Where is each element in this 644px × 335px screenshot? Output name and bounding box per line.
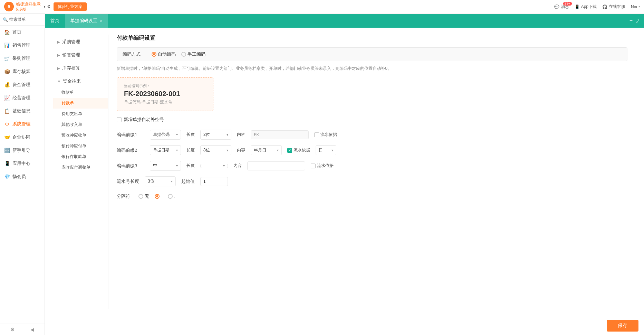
brand-logo: 6 [4, 2, 14, 11]
inner-item-label: 应收应付调整单 [61, 165, 90, 170]
inner-item-payment[interactable]: 付款单 [53, 98, 108, 109]
top-bar-nav[interactable]: ▾ ⚙ [44, 4, 51, 9]
sidebar-item-basic[interactable]: 📋 基础信息 [0, 104, 45, 118]
prefix1-stream-checkbox[interactable] [314, 132, 319, 137]
prefix3-select[interactable]: 空 [150, 161, 181, 171]
app-label: App下载 [581, 4, 597, 10]
prefix3-label: 编码前缀3 [117, 163, 144, 169]
prefix1-select[interactable]: 单据代码 [150, 130, 181, 140]
prefix3-stream[interactable]: 流水依据 [311, 163, 334, 169]
sidebar-item-inventory[interactable]: 📦 库存核算 [0, 65, 45, 78]
sidebar-item-cooperation[interactable]: 🤝 企业协同 [0, 131, 45, 144]
prefix3-length-select[interactable] [200, 164, 228, 168]
inner-group-fund-header[interactable]: ▼ 资金往来 [53, 75, 108, 87]
radio-manual[interactable]: 手工编码 [181, 51, 205, 57]
page-title: 付款单编码设置 [117, 35, 627, 42]
sidebar-item-sales[interactable]: 📊 销售管理 [0, 39, 45, 52]
auto-fill-label: 新增单据自动补空号 [124, 117, 164, 123]
sidebar-collapse-btn[interactable]: ◀ [30, 327, 34, 332]
group-label: 库存核算 [62, 65, 80, 71]
service-btn[interactable]: 🎧 在线客服 [602, 4, 625, 10]
prefix2-period-value: 日 [319, 147, 323, 153]
prefix2-stream-label: 流水依据 [294, 147, 310, 153]
preview-box: 当前编码示例： FK-20230602-001 单据代码-单据日期-流水号 [117, 77, 213, 111]
sep-none-label: 无 [145, 193, 149, 199]
inner-group-fund: ▼ 资金往来 收款单 付款单 费用支出单 其他收入单 [53, 75, 108, 173]
group-label: 采购管理 [62, 39, 80, 45]
inner-group-purchase-header[interactable]: ▶ 采购管理 [53, 36, 108, 48]
tab-close-btn[interactable]: ✕ [99, 19, 103, 23]
form-row-prefix2: 编码前缀2 单据日期 长度 8位 内容 年月日 ✓ [117, 145, 627, 155]
bottom-bar: 保存 [45, 316, 644, 335]
sep-dash-circle [155, 194, 160, 199]
prefix3-content-input[interactable] [247, 161, 305, 170]
prefix1-content-label: 内容 [237, 132, 245, 138]
sidebar-item-home[interactable]: 🏠 首页 [0, 26, 45, 39]
settings-icon[interactable]: ⚙ [47, 4, 51, 9]
inner-item-receipt[interactable]: 收款单 [53, 87, 108, 98]
sidebar-item-operations[interactable]: 📈 经营管理 [0, 91, 45, 104]
inner-item-bank-deposit[interactable]: 银行存取款单 [53, 151, 108, 162]
radio-auto[interactable]: 自动编码 [152, 51, 176, 57]
inner-item-prepay-receivable[interactable]: 预收冲应收单 [53, 130, 108, 141]
sidebar-item-label: 资金管理 [12, 82, 30, 88]
arrow-icon: ▶ [57, 40, 60, 44]
sidebar-item-member[interactable]: 💎 畅会员 [0, 170, 45, 183]
save-button[interactable]: 保存 [607, 320, 638, 332]
prefix1-length-select[interactable]: 2位 [200, 130, 231, 140]
inner-item-label: 付款单 [61, 101, 74, 105]
tab-home[interactable]: 首页 [45, 14, 65, 28]
inner-item-expense[interactable]: 费用支出单 [53, 109, 108, 119]
sidebar-item-guide[interactable]: 🆕 新手引导 [0, 144, 45, 157]
brand-logo-text: 6 [8, 4, 10, 9]
tab-voucher-label: 单据编码设置 [70, 18, 97, 24]
prefix1-stream[interactable]: 流水依据 [314, 132, 337, 138]
preview-current-label: 当前编码示例： [124, 83, 206, 89]
inner-group-purchase: ▶ 采购管理 [53, 36, 108, 48]
user-name[interactable]: Nare [631, 4, 640, 9]
sidebar-item-finance[interactable]: 💰 资金管理 [0, 78, 45, 91]
prefix2-period-select[interactable]: 日 [316, 145, 336, 155]
message-badge: 99+ [563, 2, 572, 6]
prefix2-stream-checkbox[interactable]: ✓ [287, 148, 292, 153]
inner-item-ar-ap-adjust[interactable]: 应收应付调整单 [53, 162, 108, 173]
nav-dropdown-arrow[interactable]: ▾ [44, 4, 46, 9]
inner-group-sales-header[interactable]: ▶ 销售管理 [53, 49, 108, 61]
sidebar-item-apps[interactable]: 📱 应用中心 [0, 157, 45, 170]
sidebar-item-purchase[interactable]: 🛒 采购管理 [0, 52, 45, 65]
prefix3-stream-checkbox[interactable] [311, 164, 316, 168]
app-download-btn[interactable]: 📱 App下载 [575, 4, 597, 10]
inventory-icon: 📦 [4, 69, 10, 74]
sidebar-settings-btn[interactable]: ⚙ [10, 327, 15, 332]
brand: 6 畅捷通好生意 拓易版 [4, 2, 41, 11]
prefix2-length-select[interactable]: 8位 [200, 145, 231, 155]
serial-start-input[interactable] [200, 177, 228, 186]
encode-method-bar: 编码方式 自动编码 手工编码 [117, 47, 627, 61]
serial-length-select[interactable]: 3位 [145, 176, 176, 186]
message-btn[interactable]: 💬 消息 99+ [554, 4, 569, 10]
finance-icon: 💰 [4, 82, 10, 87]
prefix2-select[interactable]: 单据日期 [150, 145, 181, 155]
prefix2-stream[interactable]: ✓ 流水依据 [287, 147, 310, 153]
sidebar-item-system[interactable]: ⚙ 系统管理 [0, 118, 45, 131]
auto-fill-checkbox[interactable] [117, 117, 122, 122]
info-text: 新增单据时，*单据编码*自动生成，不可编辑。前缀设置为部门、业务员等档案类，开单… [117, 65, 627, 72]
sep-dash[interactable]: - [155, 194, 162, 199]
arrow-icon: ▶ [57, 53, 60, 57]
tab-voucher-settings[interactable]: 单据编码设置 ✕ [65, 14, 108, 28]
sidebar-search[interactable]: 🔍 搜索菜单 [0, 14, 45, 26]
inner-item-label: 费用支出单 [61, 111, 82, 116]
sidebar-item-label: 销售管理 [12, 42, 30, 48]
inner-item-prepay-payable[interactable]: 预付冲应付单 [53, 141, 108, 151]
inner-item-other-income[interactable]: 其他收入单 [53, 119, 108, 130]
sep-dot[interactable]: . [168, 194, 175, 199]
maximize-btn[interactable]: ⤢ [635, 18, 640, 24]
prefix1-content-input[interactable] [251, 130, 309, 139]
trial-btn[interactable]: 体验行业方案 [54, 2, 87, 11]
minimize-btn[interactable]: − [629, 18, 633, 24]
inner-group-inventory-header[interactable]: ▶ 库存核算 [53, 62, 108, 74]
tab-bar: 首页 单据编码设置 ✕ − ⤢ [45, 14, 644, 28]
sep-none[interactable]: 无 [138, 193, 149, 199]
prefix2-content-select[interactable]: 年月日 [251, 145, 282, 155]
inner-layout: ▶ 采购管理 ▶ 销售管理 ▶ 库存核算 [53, 35, 636, 309]
